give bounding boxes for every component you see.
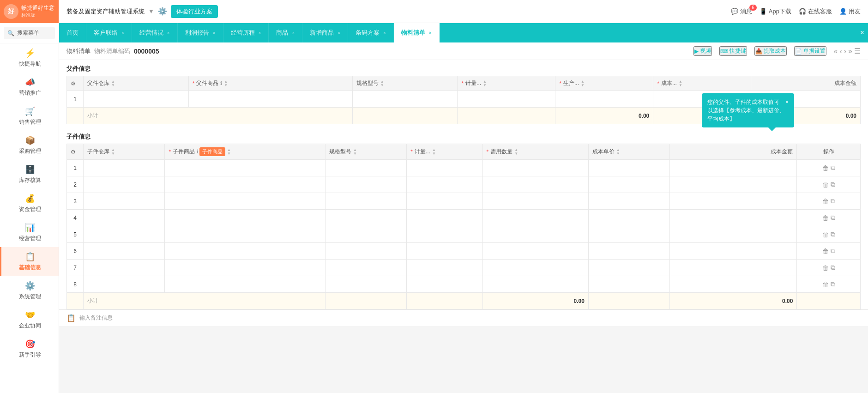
child-quantity-cell[interactable] [482, 160, 588, 176]
child-warehouse-cell[interactable] [84, 160, 165, 176]
child-unit-cell[interactable] [407, 226, 482, 243]
sidebar-item-system[interactable]: ⚙️ 系统管理 [0, 276, 59, 305]
sidebar-item-inventory[interactable]: 🗄️ 库存核算 [0, 160, 59, 189]
trial-button[interactable]: 体验行业方案 [171, 5, 218, 18]
child-product-info-icon[interactable]: ℹ [197, 149, 199, 155]
sidebar-item-finance[interactable]: 💰 资金管理 [0, 189, 59, 218]
nav-prev-prev-icon[interactable]: « [834, 47, 838, 55]
child-quantity-cell[interactable] [482, 226, 588, 243]
sort-icons[interactable]: ▲▼ [227, 148, 231, 156]
tab-barcode[interactable]: 条码方案 × [348, 23, 394, 42]
tab-history-close[interactable]: × [259, 30, 261, 36]
copy-row-button[interactable]: ⧉ [831, 164, 835, 172]
parent-col-settings[interactable]: ⚙ [67, 76, 84, 91]
sidebar-item-purchase[interactable]: 📦 采购管理 [0, 131, 59, 160]
sidebar-item-marketing[interactable]: 📣 营销推广 [0, 73, 59, 102]
parent-production-cell[interactable] [555, 91, 653, 108]
copy-row-button[interactable]: ⧉ [831, 214, 835, 222]
child-spec-cell[interactable] [325, 260, 406, 276]
app-download-button[interactable]: 📱 App下载 [760, 7, 791, 16]
delete-row-button[interactable]: 🗑 [822, 280, 829, 288]
child-unit-cost-cell[interactable] [588, 243, 669, 260]
tab-bom[interactable]: 物料清单 × [394, 23, 440, 42]
child-spec-cell[interactable] [325, 226, 406, 243]
copy-row-button[interactable]: ⧉ [831, 197, 835, 205]
tab-history[interactable]: 经营历程 × [223, 23, 269, 42]
delete-row-button[interactable]: 🗑 [822, 230, 829, 238]
delete-row-button[interactable]: 🗑 [822, 214, 829, 222]
sidebar-item-quicknav[interactable]: ⚡ 快捷导航 [0, 43, 59, 73]
tab-operations[interactable]: 经营情况 × [132, 23, 178, 42]
child-product-cell[interactable] [165, 226, 326, 243]
child-unit-cost-cell[interactable] [588, 276, 669, 293]
scan-button[interactable]: 子件商品 [199, 147, 225, 156]
child-quantity-cell[interactable] [482, 243, 588, 260]
child-warehouse-cell[interactable] [84, 243, 165, 260]
parent-product-cell[interactable] [188, 91, 352, 108]
child-warehouse-cell[interactable] [84, 193, 165, 210]
child-product-cell[interactable] [165, 260, 326, 276]
copy-row-button[interactable]: ⧉ [831, 181, 835, 188]
child-spec-cell[interactable] [325, 160, 406, 176]
view-video-button[interactable]: ▶ 视频 [693, 46, 712, 56]
parent-spec-cell[interactable] [352, 91, 458, 108]
child-product-cell[interactable] [165, 160, 326, 176]
child-quantity-cell[interactable] [482, 260, 588, 276]
child-spec-cell[interactable] [325, 176, 406, 193]
sidebar-item-collab[interactable]: 🤝 企业协同 [0, 305, 59, 334]
sort-icons[interactable]: ▲▼ [111, 80, 115, 87]
sort-icons[interactable]: ▲▼ [353, 148, 357, 156]
sidebar-item-guide[interactable]: 🎯 新手引导 [0, 334, 59, 363]
sort-icons[interactable]: ▲▼ [380, 80, 384, 87]
extract-cost-button[interactable]: 📥 提取成本 [754, 46, 787, 56]
parent-unit-cell[interactable] [458, 91, 555, 108]
tab-customers-close[interactable]: × [121, 30, 124, 36]
child-product-cell[interactable] [165, 243, 326, 260]
sort-icons[interactable]: ▲▼ [679, 80, 682, 87]
copy-row-button[interactable]: ⧉ [831, 280, 835, 288]
child-unit-cost-cell[interactable] [588, 193, 669, 210]
shortcut-button[interactable]: ⌨ 快捷键 [719, 46, 747, 56]
tab-customers[interactable]: 客户联络 × [86, 23, 132, 42]
tab-new-product-close[interactable]: × [338, 30, 340, 36]
tooltip-close-button[interactable]: × [785, 98, 789, 106]
child-spec-cell[interactable] [325, 276, 406, 293]
sort-icons[interactable]: ▲▼ [224, 80, 228, 87]
sidebar-item-basic[interactable]: 📋 基础信息 [0, 247, 59, 276]
tab-profit-close[interactable]: × [213, 30, 216, 36]
copy-row-button[interactable]: ⧉ [831, 264, 835, 272]
copy-row-button[interactable]: ⧉ [831, 230, 835, 238]
child-warehouse-cell[interactable] [84, 260, 165, 276]
child-quantity-cell[interactable] [482, 276, 588, 293]
child-warehouse-cell[interactable] [84, 226, 165, 243]
child-unit-cell[interactable] [407, 243, 482, 260]
tab-bom-close[interactable]: × [429, 30, 432, 36]
child-quantity-cell[interactable] [482, 176, 588, 193]
child-unit-cost-cell[interactable] [588, 176, 669, 193]
single-settings-button[interactable]: 📄 单据设置 [794, 46, 826, 56]
child-spec-cell[interactable] [325, 210, 406, 226]
child-product-cell[interactable] [165, 210, 326, 226]
tabs-close-all[interactable]: × [856, 29, 868, 37]
child-unit-cell[interactable] [407, 160, 482, 176]
child-product-cell[interactable] [165, 276, 326, 293]
child-product-cell[interactable] [165, 193, 326, 210]
online-service-button[interactable]: 🎧 在线客服 [799, 7, 832, 16]
child-warehouse-cell[interactable] [84, 176, 165, 193]
child-warehouse-cell[interactable] [84, 210, 165, 226]
nav-prev-icon[interactable]: ‹ [839, 47, 842, 55]
child-quantity-cell[interactable] [482, 210, 588, 226]
child-product-cell[interactable] [165, 176, 326, 193]
child-unit-cost-cell[interactable] [588, 210, 669, 226]
child-col-settings[interactable]: ⚙ [67, 144, 84, 160]
tab-products-close[interactable]: × [292, 30, 295, 36]
sort-icons[interactable]: ▲▼ [111, 148, 115, 156]
child-spec-cell[interactable] [325, 243, 406, 260]
nav-next-next-icon[interactable]: » [848, 47, 852, 55]
tab-profit[interactable]: 利润报告 × [178, 23, 223, 42]
user-menu[interactable]: 👤 用友 [839, 7, 861, 16]
tab-barcode-close[interactable]: × [383, 30, 386, 36]
child-quantity-cell[interactable] [482, 193, 588, 210]
child-unit-cell[interactable] [407, 210, 482, 226]
parent-product-info-icon[interactable]: ℹ [220, 80, 222, 86]
